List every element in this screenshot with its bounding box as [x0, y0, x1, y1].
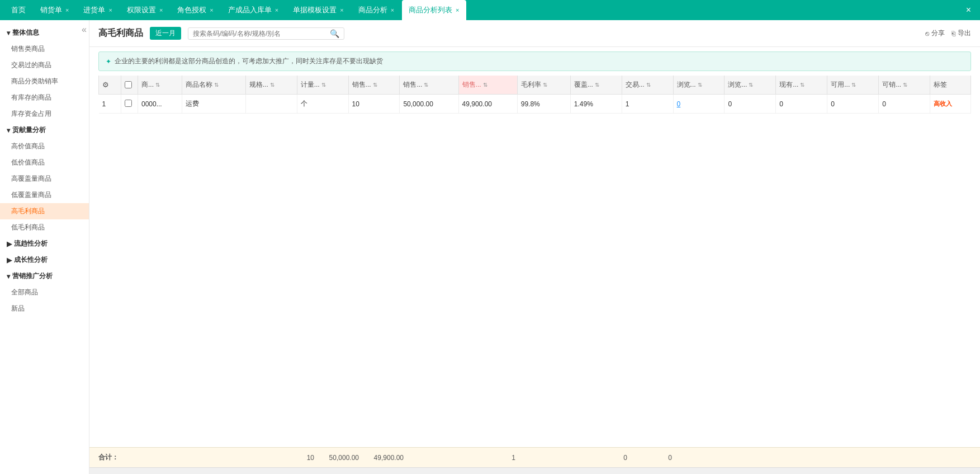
nav-sales[interactable]: 销货单 ×: [34, 0, 75, 20]
search-icon[interactable]: 🔍: [330, 29, 339, 38]
sort-icon-sales-qty: ⇅: [373, 82, 377, 88]
sort-icon-sales-cost: ⇅: [483, 82, 487, 88]
sidebar-group-flow[interactable]: ▶ 流趋性分析: [0, 236, 89, 252]
nav-analysis-list[interactable]: 商品分析列表 ×: [402, 0, 466, 20]
nav-analysis-list-close[interactable]: ×: [456, 7, 459, 13]
sidebar-item-high-value[interactable]: 高价值商品: [0, 138, 89, 154]
sidebar-collapse-icon[interactable]: «: [82, 25, 87, 35]
share-icon: ⎋: [925, 30, 929, 37]
sort-icon-browse2: ⇅: [749, 82, 753, 88]
footer-available: 0: [631, 454, 675, 462]
sidebar-item-low-value[interactable]: 低价值商品: [0, 154, 89, 171]
sidebar-item-stock-capital[interactable]: 库存资金占用: [0, 106, 89, 122]
nav-sales-close[interactable]: ×: [65, 7, 69, 13]
sidebar-group-contribution[interactable]: ▾ 贡献量分析: [0, 122, 89, 138]
bottom-scrollbar[interactable]: [89, 467, 980, 474]
th-available[interactable]: 可用... ⇅: [827, 76, 879, 95]
main-layout: « ▾ 整体信息 销售类商品 交易过的商品 商品分类助销率 有库存的商品 库存资…: [0, 20, 980, 474]
sort-icon-saleable: ⇅: [903, 82, 907, 88]
export-label: 导出: [958, 29, 971, 38]
th-saleable[interactable]: 可销... ⇅: [879, 76, 930, 95]
search-input[interactable]: [193, 30, 328, 37]
browse1-link[interactable]: 0: [677, 100, 681, 108]
th-browse1[interactable]: 浏览... ⇅: [673, 76, 725, 95]
nav-product-in-close[interactable]: ×: [275, 7, 278, 13]
cell-saleable: 0: [879, 95, 930, 114]
nav-role[interactable]: 角色授权 ×: [171, 0, 220, 20]
cell-current-stock: 0: [776, 95, 827, 114]
sidebar-item-traded-goods[interactable]: 交易过的商品: [0, 57, 89, 73]
row-checkbox[interactable]: [125, 100, 132, 107]
select-all-checkbox[interactable]: [125, 81, 132, 88]
share-button[interactable]: ⎋ 分享: [925, 29, 945, 38]
th-unit[interactable]: 计量... ⇅: [297, 76, 348, 95]
nav-permission[interactable]: 权限设置 ×: [120, 0, 169, 20]
sidebar-item-low-margin[interactable]: 低毛利商品: [0, 219, 89, 236]
cell-index: 1: [99, 95, 121, 114]
info-icon: ✦: [106, 58, 111, 65]
th-margin[interactable]: 毛利率 ⇅: [517, 76, 570, 95]
sidebar-item-sales-goods[interactable]: 销售类商品: [0, 41, 89, 57]
nav-role-label: 角色授权: [177, 5, 206, 15]
content-area: 高毛利商品 近一月 🔍 ⎋ 分享 ⎗ 导出 ✦ 企业的主要的利润都是这部分商品创…: [89, 20, 980, 474]
th-current-stock[interactable]: 现有... ⇅: [776, 76, 827, 95]
th-code[interactable]: 商... ⇅: [138, 76, 182, 95]
nav-analysis-label: 商品分析: [358, 5, 387, 15]
th-coverage[interactable]: 覆盖... ⇅: [570, 76, 622, 95]
period-button[interactable]: 近一月: [150, 27, 181, 40]
nav-purchase[interactable]: 进货单 ×: [77, 0, 119, 20]
th-spec-label: 规格...: [249, 80, 268, 90]
th-sales-cost-label: 销售...: [462, 80, 481, 90]
th-browse2[interactable]: 浏览... ⇅: [725, 76, 776, 95]
th-sales-amount[interactable]: 销售... ⇅: [400, 76, 458, 95]
sidebar-group-growth[interactable]: ▶ 成长性分析: [0, 252, 89, 268]
search-box: 🔍: [188, 27, 344, 40]
th-trade[interactable]: 交易... ⇅: [622, 76, 673, 95]
nav-template-close[interactable]: ×: [340, 7, 343, 13]
export-icon: ⎗: [951, 30, 955, 37]
app-close-button[interactable]: ×: [962, 5, 976, 15]
nav-permission-close[interactable]: ×: [159, 7, 163, 13]
nav-role-close[interactable]: ×: [210, 7, 213, 13]
sort-icon-browse1: ⇅: [698, 82, 702, 88]
info-banner: ✦ 企业的主要的利润都是这部分商品创造的，可考虑加大推广，同时关注库存是不要出现…: [98, 51, 971, 71]
sidebar-group-growth-label: 成长性分析: [14, 255, 48, 265]
cell-unit: 个: [297, 95, 348, 114]
cell-sales-qty: 10: [348, 95, 400, 114]
table-body: 1 0000... 运费 个 10 50,000.00 49,900.00 99…: [99, 95, 971, 114]
sidebar-item-high-coverage[interactable]: 高覆盖量商品: [0, 171, 89, 187]
data-table: ⚙ 商... ⇅: [98, 76, 971, 114]
th-name[interactable]: 商品名称 ⇅: [182, 76, 245, 95]
settings-icon[interactable]: ⚙: [102, 81, 109, 89]
sort-icon-current-stock: ⇅: [800, 82, 804, 88]
cell-code: 0000...: [138, 95, 182, 114]
nav-home[interactable]: 首页: [4, 0, 32, 20]
nav-template-label: 单据模板设置: [293, 5, 337, 15]
nav-analysis-close[interactable]: ×: [391, 7, 394, 13]
nav-analysis[interactable]: 商品分析 ×: [352, 0, 401, 20]
sidebar-item-category-rate[interactable]: 商品分类助销率: [0, 73, 89, 90]
th-spec[interactable]: 规格... ⇅: [245, 76, 297, 95]
th-sales-qty[interactable]: 销售... ⇅: [348, 76, 400, 95]
sidebar-item-in-stock[interactable]: 有库存的商品: [0, 90, 89, 106]
th-sales-qty-label: 销售...: [352, 80, 371, 90]
nav-template[interactable]: 单据模板设置 ×: [286, 0, 350, 20]
tag-label: 高收入: [934, 100, 952, 107]
sidebar-item-new-goods[interactable]: 新品: [0, 301, 89, 317]
nav-purchase-close[interactable]: ×: [108, 7, 112, 13]
chevron-down-icon: ▾: [7, 29, 10, 37]
cell-tag: 高收入: [930, 95, 971, 114]
sidebar-group-marketing[interactable]: ▾ 营销推广分析: [0, 268, 89, 284]
sidebar-group-overall[interactable]: ▾ 整体信息: [0, 25, 89, 41]
sidebar: « ▾ 整体信息 销售类商品 交易过的商品 商品分类助销率 有库存的商品 库存资…: [0, 20, 89, 474]
page-title: 高毛利商品: [98, 27, 143, 39]
sidebar-item-high-margin[interactable]: 高毛利商品: [0, 203, 89, 219]
th-trade-label: 交易...: [626, 80, 645, 90]
chevron-right-icon: ▶: [7, 240, 12, 248]
sidebar-item-low-coverage[interactable]: 低覆盖量商品: [0, 187, 89, 203]
export-button[interactable]: ⎗ 导出: [951, 29, 971, 38]
nav-product-in[interactable]: 产成品入库单 ×: [221, 0, 285, 20]
cell-available: 0: [827, 95, 879, 114]
sidebar-item-all-goods[interactable]: 全部商品: [0, 284, 89, 301]
th-sales-cost[interactable]: 销售... ⇅: [458, 76, 517, 95]
